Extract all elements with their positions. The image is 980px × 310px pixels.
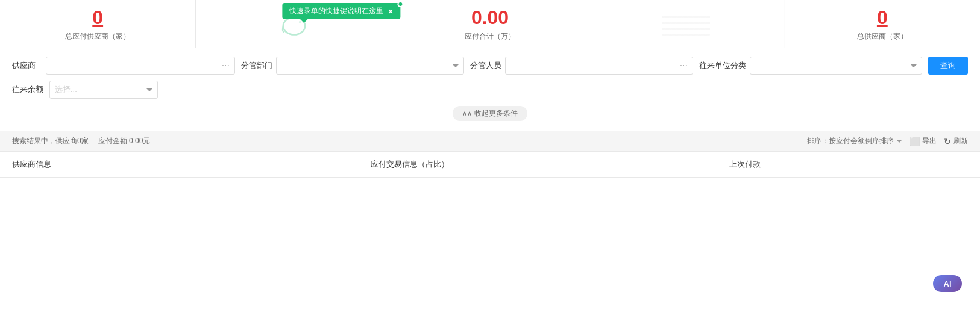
- stat-icon-item: 快速录单的快捷键说明在这里 ×: [196, 0, 392, 48]
- stat-label-payable-total: 应付合计（万）: [465, 31, 515, 42]
- supplier-input[interactable]: [51, 61, 222, 70]
- unit-category-label: 往来单位分类: [699, 60, 746, 71]
- supplier-input-wrap[interactable]: ···: [46, 57, 235, 75]
- stat-label-total-suppliers: 总供应商（家）: [857, 31, 908, 42]
- ai-button[interactable]: Ai: [933, 275, 962, 292]
- tooltip-bubble: 快速录单的快捷键说明在这里 ×: [282, 3, 400, 19]
- manager-label: 分管人员: [470, 60, 501, 71]
- results-bar: 搜索结果中，供应商0家 应付金额 0.00元 排序：按应付会额倒序排序 ⬜ 导出…: [0, 131, 980, 152]
- supplier-label: 供应商: [12, 60, 42, 71]
- collapse-button[interactable]: ∧∧ 收起更多条件: [453, 106, 527, 121]
- balance-label: 往来余额: [12, 84, 43, 95]
- stat-total-suppliers: 0 总供应商（家）: [785, 0, 980, 48]
- query-button[interactable]: 查询: [928, 57, 968, 75]
- stat-total-payable-suppliers: 0 总应付供应商（家）: [0, 0, 196, 48]
- filter-area: 供应商 ··· 分管部门 分管人员 ··· 往来单位分类: [0, 48, 980, 131]
- search-result-text: 搜索结果中，供应商0家: [12, 136, 89, 146]
- sort-select[interactable]: 排序：按应付会额倒序排序: [807, 136, 902, 146]
- collapse-row: ∧∧ 收起更多条件: [12, 104, 968, 127]
- department-select[interactable]: [276, 57, 464, 75]
- content-area: [0, 178, 980, 310]
- unit-category-select[interactable]: [750, 57, 922, 75]
- collapse-label: 收起更多条件: [474, 108, 518, 119]
- results-actions: 排序：按应付会额倒序排序 ⬜ 导出 ↻ 刷新: [807, 136, 968, 146]
- export-button[interactable]: ⬜ 导出: [909, 136, 937, 146]
- sort-chevron-icon: [896, 140, 902, 143]
- stat-payable-total: 0.00 应付合计（万）: [392, 0, 588, 48]
- stat-number-payable-suppliers: 0: [92, 6, 103, 29]
- col-header-transaction: 应付交易信息（占比）: [371, 159, 729, 170]
- balance-select[interactable]: 选择...: [49, 81, 158, 99]
- results-summary: 搜索结果中，供应商0家 应付金额 0.00元: [12, 136, 150, 146]
- refresh-label: 刷新: [953, 136, 968, 146]
- balance-placeholder: 选择...: [55, 84, 77, 95]
- filter-supplier: 供应商 ···: [12, 57, 235, 75]
- collapse-up-icon: ∧∧: [462, 110, 472, 117]
- refresh-button[interactable]: ↻ 刷新: [944, 136, 968, 146]
- balance-chevron-icon: [146, 88, 152, 91]
- manager-input[interactable]: [510, 61, 680, 70]
- payable-amount-text: 应付金额 0.00元: [98, 136, 151, 146]
- filter-row-1: 供应商 ··· 分管部门 分管人员 ··· 往来单位分类: [12, 57, 968, 75]
- supplier-dots[interactable]: ···: [222, 60, 230, 71]
- stat-placeholder: [588, 0, 784, 48]
- filter-row-2: 往来余额 选择...: [12, 81, 968, 99]
- tooltip-close-btn[interactable]: ×: [388, 7, 393, 16]
- export-label: 导出: [922, 136, 937, 146]
- department-label: 分管部门: [241, 60, 272, 71]
- unit-category-chevron-icon: [911, 64, 917, 67]
- department-chevron-icon: [453, 64, 459, 67]
- filter-manager: 分管人员 ···: [470, 57, 693, 75]
- stat-label-payable-suppliers: 总应付供应商（家）: [65, 31, 130, 42]
- tooltip-text: 快速录单的快捷键说明在这里: [289, 6, 383, 16]
- table-header: 供应商信息 应付交易信息（占比） 上次付款: [0, 152, 980, 178]
- stat-number-total-suppliers: 0: [877, 6, 888, 29]
- col-header-last-payment: 上次付款: [729, 159, 969, 170]
- col-header-supplier-info: 供应商信息: [12, 159, 371, 170]
- export-icon: ⬜: [909, 137, 920, 146]
- filter-unit-category: 往来单位分类: [699, 57, 922, 75]
- refresh-icon: ↻: [944, 137, 951, 146]
- sort-label: 排序：按应付会额倒序排序: [807, 136, 894, 146]
- stat-number-payable-total: 0.00: [471, 6, 509, 29]
- manager-input-wrap[interactable]: ···: [505, 57, 693, 75]
- filter-department: 分管部门: [241, 57, 464, 75]
- stats-bar: 0 总应付供应商（家） 快速录单的快捷键说明在这里 × 0.00 应付合计（万）…: [0, 0, 980, 48]
- manager-dots[interactable]: ···: [680, 60, 688, 71]
